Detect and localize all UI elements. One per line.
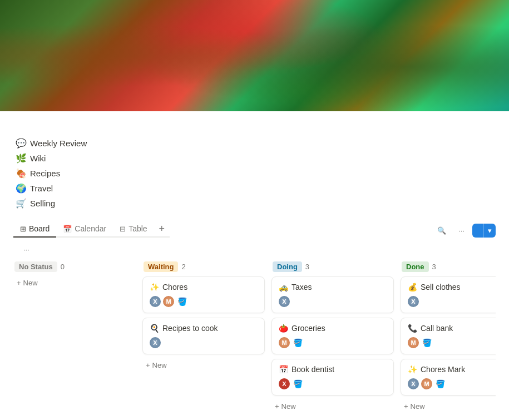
column-header-doing: Doing3 (271, 261, 394, 272)
card-avatars: X (279, 296, 387, 307)
link-item-weekly-review[interactable]: 💬Weekly Review (13, 137, 496, 150)
column-count-done: 3 (432, 263, 436, 271)
add-card-button-doing[interactable]: +New (271, 400, 394, 413)
column-label-doing: Doing (273, 261, 302, 272)
board-more-button[interactable]: ··· (20, 244, 33, 255)
add-card-button-done[interactable]: +New (401, 400, 496, 413)
avatar-mark: M (421, 378, 432, 389)
more-options-button[interactable]: ··· (454, 224, 469, 237)
links-section: 💬Weekly Review🌿Wiki🍖Recipes🌍Travel🛒Selli… (13, 137, 496, 210)
card-title: 📅Book dentist (279, 365, 387, 374)
card-avatars: X🪣 (279, 378, 387, 389)
avatar-xin: X (150, 296, 161, 307)
link-item-travel[interactable]: 🌍Travel (13, 182, 496, 195)
add-card-button-waiting[interactable]: +New (142, 359, 265, 372)
card-title: ✨Chores Mark (408, 365, 496, 374)
new-button[interactable]: ▾ (472, 224, 496, 238)
tab-board[interactable]: ⊞Board (13, 221, 56, 238)
avatar-emoji: 🪣 (292, 337, 303, 348)
card-book-dentist[interactable]: 📅Book dentistX🪣 (271, 359, 394, 396)
filter-button[interactable] (408, 228, 417, 233)
card-title: 🍳Recipes to cook (150, 324, 258, 333)
avatar-emoji: 🪣 (434, 378, 446, 389)
card-avatars: XM🪣 (150, 296, 258, 307)
avatar-xin: X (408, 296, 419, 307)
column-label-no-status: No Status (14, 261, 57, 272)
column-count-waiting: 2 (181, 263, 185, 271)
column-header-no-status: No Status0 (13, 261, 136, 272)
avatar-emoji: 🪣 (292, 378, 303, 389)
avatar-emoji: 🪣 (176, 296, 187, 307)
cover-image (0, 0, 509, 111)
tab-calendar[interactable]: 📅Calendar (56, 221, 113, 238)
tab-table[interactable]: ⊟Table (113, 221, 154, 238)
new-button-arrow[interactable]: ▾ (483, 224, 496, 238)
card-avatars: XM🪣 (408, 378, 496, 389)
avatar-xin: X (150, 337, 161, 348)
avatar-mark: M (408, 337, 419, 348)
card-avatars: M🪣 (279, 337, 387, 348)
card-chores[interactable]: ✨ChoresXM🪣 (142, 276, 265, 313)
avatar-mark: X (279, 378, 290, 389)
columns-wrapper: No Status0+NewWaiting2✨ChoresXM🪣🍳Recipes… (13, 261, 496, 420)
avatar-emoji: 🪣 (421, 337, 432, 348)
new-button-label (472, 228, 483, 233)
column-no-status: No Status0+New (13, 261, 136, 413)
card-sell-clothes[interactable]: 💰Sell clothesX (401, 276, 496, 313)
card-groceries[interactable]: 🍅GroceriesM🪣 (271, 318, 394, 354)
page-icon (13, 95, 47, 128)
toolbar: 🔍 ··· ▾ (408, 224, 496, 242)
link-item-recipes[interactable]: 🍖Recipes (13, 167, 496, 180)
avatar-mark: M (163, 296, 174, 307)
card-recipes-to-cook[interactable]: 🍳Recipes to cookX (142, 318, 265, 354)
card-title: 🍅Groceries (279, 324, 387, 333)
column-header-done: Done3 (401, 261, 496, 272)
column-header-waiting: Waiting2 (142, 261, 265, 272)
board-section: ··· No Status0+NewWaiting2✨ChoresXM🪣🍳Rec… (13, 244, 496, 420)
card-title: 📞Call bank (408, 324, 496, 333)
avatar-xin: X (279, 296, 290, 307)
card-title: 💰Sell clothes (408, 283, 496, 291)
add-card-button-no-status[interactable]: +New (13, 276, 136, 289)
column-done: Done3💰Sell clothesX📞Call bankM🪣✨Chores M… (401, 261, 496, 413)
column-waiting: Waiting2✨ChoresXM🪣🍳Recipes to cookX+New (142, 261, 265, 413)
link-item-selling[interactable]: 🛒Selling (13, 197, 496, 210)
card-avatars: X (150, 337, 258, 348)
column-count-no-status: 0 (61, 263, 65, 271)
tabs-bar: ⊞Board📅Calendar⊟Table+ (13, 221, 170, 238)
link-item-wiki[interactable]: 🌿Wiki (13, 152, 496, 165)
card-avatars: M🪣 (408, 337, 496, 348)
avatar-xin: X (408, 378, 419, 389)
column-doing: Doing3🚕TaxesX🍅GroceriesM🪣📅Book dentistX🪣… (271, 261, 394, 413)
sort-button[interactable] (421, 228, 429, 233)
board-header: ··· (13, 244, 496, 255)
card-title: ✨Chores (150, 283, 258, 291)
add-view-button[interactable]: + (154, 221, 170, 236)
column-label-waiting: Waiting (144, 261, 178, 272)
search-button[interactable]: 🔍 (433, 224, 451, 237)
card-avatars: X (408, 296, 496, 307)
card-taxes[interactable]: 🚕TaxesX (271, 276, 394, 313)
column-label-done: Done (402, 261, 429, 272)
card-title: 🚕Taxes (279, 283, 387, 291)
card-chores-mark[interactable]: ✨Chores MarkXM🪣 (401, 359, 496, 396)
column-count-doing: 3 (305, 263, 309, 271)
card-call-bank[interactable]: 📞Call bankM🪣 (401, 318, 496, 354)
avatar-mark: M (279, 337, 290, 348)
